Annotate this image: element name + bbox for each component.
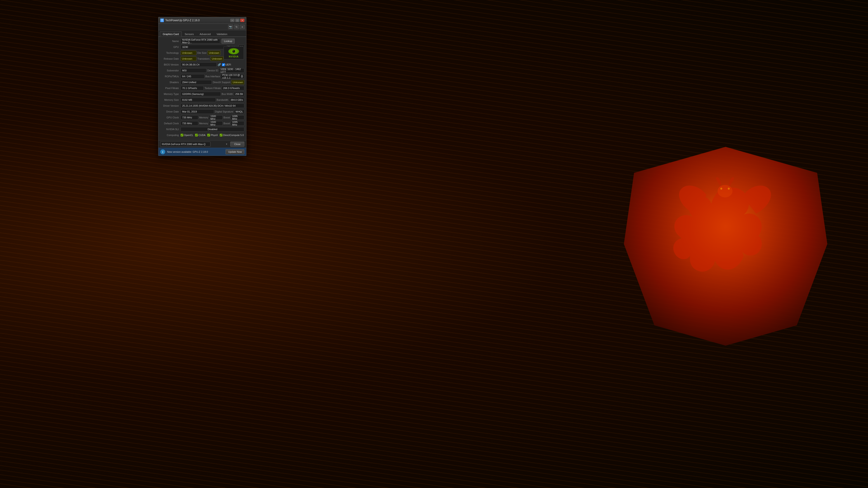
uefi-checkbox[interactable]: [222, 63, 225, 66]
lookup-button[interactable]: Lookup: [221, 39, 235, 43]
opencl-option: OpenCL: [181, 134, 193, 136]
nvidia-logo-box: NVIDIA: [223, 46, 244, 59]
cuda-checkbox[interactable]: [195, 134, 198, 136]
transistors-field: Unknown: [211, 57, 223, 61]
driver-date-label: Driver Date: [160, 110, 181, 113]
memory-size-row: Memory Size 8192 MB Bandwidth 384.0 GB/s: [160, 97, 244, 102]
close-window-button[interactable]: ✕: [240, 19, 244, 22]
close-button[interactable]: Close: [230, 142, 244, 147]
bus-width-field: 256 Bit: [234, 92, 244, 96]
memory-type-row: Memory Type GDDR6 (Samsung) Bus Width 25…: [160, 92, 244, 96]
tab-validation[interactable]: Validation: [214, 31, 230, 37]
svg-point-1: [718, 185, 733, 197]
tab-graphics-card[interactable]: Graphics Card: [160, 31, 182, 37]
share-icon[interactable]: 🔗: [218, 63, 221, 66]
main-content: NVIDIA Name NVIDIA GeForce RTX 2080 with…: [158, 37, 246, 140]
memory-size-label: Memory Size: [160, 98, 181, 101]
pixel-fillrate-field: 70.1 GPixel/s: [181, 86, 204, 90]
fillrate-row: Pixel Fillrate 70.1 GPixel/s Texture Fil…: [160, 86, 244, 91]
screenshot-button[interactable]: 📷: [228, 25, 233, 29]
bios-field: 90.04.3B.00.C4: [181, 62, 217, 67]
default-boost-field: 1095 MHz: [231, 121, 244, 126]
name-row: Name NVIDIA GeForce RTX 2080 with Max-Q.…: [160, 39, 244, 43]
driver-date-row: Driver Date Mar 01, 2019 Digital Signatu…: [160, 109, 244, 114]
name-label: Name: [160, 40, 181, 42]
driver-version-label: Driver Version: [160, 104, 181, 107]
bottom-bar: NVIDIA GeForce RTX 2080 with Max-Q ▼ Clo…: [158, 140, 246, 148]
pixel-fillrate-label: Pixel Fillrate: [160, 87, 181, 90]
gpu-boost-field: 1095 MHz: [231, 115, 244, 120]
memory-type-field: GDDR6 (Samsung): [181, 92, 221, 96]
bus-interface-field: PCIe x16 3.0 @ x16 1.1 ?: [221, 74, 244, 78]
computing-label: Computing: [160, 134, 181, 136]
svg-point-6: [233, 51, 234, 51]
bios-row: BIOS Version 90.04.3B.00.C4 🔗 UEFI: [160, 62, 244, 67]
gpu-memory-label: Memory: [198, 116, 209, 119]
directcompute-label: DirectCompute 5.0: [223, 134, 244, 136]
memory-type-label: Memory Type: [160, 93, 181, 95]
title-bar: T TechPowerUp GPU-Z 2.16.0 ─ □ ✕: [158, 17, 246, 24]
transistors-label: Transistors: [196, 57, 211, 60]
uefi-checkbox-row: UEFI: [222, 63, 231, 66]
shaders-field: 2944 Unified: [181, 80, 212, 85]
gpu-boost-label: Boost: [223, 116, 231, 119]
tab-advanced[interactable]: Advanced: [197, 31, 214, 37]
refresh-button[interactable]: ↻: [234, 25, 239, 29]
device-id-field: 10DE 1E90 - 1462 1277: [219, 68, 244, 73]
window-title: TechPowerUp GPU-Z 2.16.0: [165, 19, 199, 22]
gpu-clock-row: GPU Clock 735 MHz Memory 1500 MHz Boost …: [160, 115, 244, 120]
computing-row: Computing OpenCL CUDA PhysX DirectComput…: [160, 133, 244, 138]
opencl-label: OpenCL: [184, 134, 193, 136]
gpu-z-window: T TechPowerUp GPU-Z 2.16.0 ─ □ ✕ 📷 ↻ ≡ G…: [158, 17, 246, 156]
physx-label: PhysX: [211, 134, 218, 136]
maximize-button[interactable]: □: [235, 19, 239, 22]
update-bar: i New version available: GPU-Z 2.18.0 Up…: [158, 148, 246, 156]
bus-interface-help[interactable]: ?: [241, 75, 243, 78]
nvidia-eye-logo: [228, 48, 239, 55]
device-id-label: Device ID: [206, 69, 219, 72]
shaders-label: Shaders: [160, 81, 181, 84]
bandwidth-field: 384.0 GB/s: [229, 98, 244, 102]
gpu-memory-field: 1500 MHz: [209, 115, 223, 120]
subvendor-label: Subvendor: [160, 69, 181, 72]
texture-fillrate-field: 268.3 GTexel/s: [222, 86, 244, 90]
die-size-field: Unknown: [208, 51, 221, 55]
default-clock-label: Default Clock: [160, 122, 181, 125]
driver-version-field: 25.21.14.1935 (NVIDIA 419.35) DCH / Win1…: [181, 103, 244, 108]
title-bar-left: T TechPowerUp GPU-Z 2.16.0: [160, 19, 199, 22]
update-message: New version available: GPU-Z 2.18.0: [167, 151, 224, 153]
opencl-checkbox[interactable]: [181, 134, 183, 136]
msi-dragon-logo: [624, 142, 827, 346]
subvendor-row: Subvendor MSI Device ID 10DE 1E90 - 1462…: [160, 68, 244, 73]
shaders-row: Shaders 2944 Unified DirectX Support Unk…: [160, 80, 244, 85]
directx-label: DirectX Support: [212, 81, 231, 84]
update-now-button[interactable]: Update Now: [225, 149, 244, 154]
cuda-label: CUDA: [198, 134, 206, 136]
gpu-label: GPU: [160, 46, 181, 48]
select-arrow-icon: ▼: [225, 143, 228, 145]
release-date-label: Release Date: [160, 57, 181, 60]
menu-button[interactable]: ≡: [240, 25, 245, 29]
nvidia-logo-area: NVIDIA: [223, 46, 244, 59]
svg-point-5: [232, 50, 235, 53]
tab-sensors[interactable]: Sensors: [182, 31, 197, 37]
toolbar: 📷 ↻ ≡: [158, 24, 246, 30]
default-memory-label: Memory: [198, 122, 209, 125]
default-clock-row: Default Clock 735 MHz Memory 1500 MHz Bo…: [160, 121, 244, 126]
directx-field: Unknown: [231, 80, 244, 85]
rops-label: ROPs/TMUs: [160, 75, 181, 78]
driver-version-row: Driver Version 25.21.14.1935 (NVIDIA 419…: [160, 103, 244, 108]
name-field: NVIDIA GeForce RTX 2080 with Max-Q...: [181, 39, 220, 43]
directcompute-checkbox[interactable]: [220, 134, 222, 136]
sli-row: NVIDIA SLI Disabled: [160, 127, 244, 132]
gpu-clock-base-field: 735 MHz: [181, 115, 198, 120]
digital-sig-field: WHQL: [234, 109, 244, 114]
minimize-button[interactable]: ─: [230, 19, 235, 22]
gpu-selector[interactable]: NVIDIA GeForce RTX 2080 with Max-Q: [160, 142, 211, 147]
physx-checkbox[interactable]: [207, 134, 210, 136]
technology-label: Technology: [160, 52, 181, 54]
info-icon: i: [160, 149, 165, 154]
window-controls: ─ □ ✕: [230, 19, 244, 22]
memory-size-field: 8192 MB: [181, 98, 216, 102]
gpu-selector-wrapper: NVIDIA GeForce RTX 2080 with Max-Q ▼: [160, 142, 229, 147]
